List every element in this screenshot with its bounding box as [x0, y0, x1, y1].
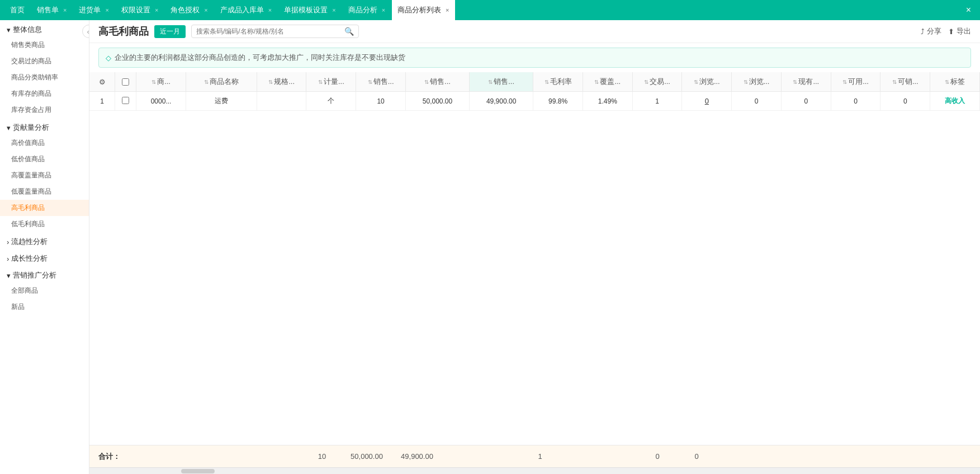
col-saleable-stock[interactable]: ⇅可销... [880, 72, 930, 92]
nav-close-template-settings[interactable]: × [332, 7, 335, 13]
sort-icon12: ⇅ [744, 79, 748, 85]
nav-close-purchase[interactable]: × [105, 7, 108, 13]
nav-item-sales[interactable]: 销售单 × [31, 0, 72, 20]
sort-icon8: ⇅ [545, 79, 549, 85]
row-code: 0000... [136, 92, 186, 111]
footer-sales-amount: 50,000.00 [342, 452, 392, 461]
footer-bar: 合计： 10 50,000.00 49,900.00 1 0 0 [89, 445, 980, 467]
row-checkbox[interactable] [115, 92, 136, 111]
col-available-stock[interactable]: ⇅可用... [831, 72, 880, 92]
chevron-down-icon3: ▾ [7, 271, 11, 280]
sidebar-item-stock-capital[interactable]: 库存资金占用 [0, 102, 89, 118]
export-icon: ⬆ [948, 27, 954, 36]
sidebar-section-marketing[interactable]: ▾ 营销推广分析 [0, 266, 89, 283]
search-icon[interactable]: 🔍 [344, 27, 354, 36]
share-icon: ⤴ [921, 27, 925, 36]
footer-values: 10 50,000.00 49,900.00 1 0 0 [131, 452, 971, 461]
sort-icon10: ⇅ [644, 79, 648, 85]
nav-item-purchase[interactable]: 进货单 × [73, 0, 114, 20]
col-transaction[interactable]: ⇅交易... [632, 72, 682, 92]
nav-item-home[interactable]: 首页 [4, 0, 30, 20]
nav-item-product-analysis[interactable]: 商品分析 × [343, 0, 391, 20]
sort-icon9: ⇅ [594, 79, 599, 85]
main-layout: « ▾ 整体信息 销售类商品 交易过的商品 商品分类助销率 有库存的商品 库存资… [0, 20, 980, 474]
row-browse2: 0 [732, 92, 782, 111]
sidebar-item-traded-goods[interactable]: 交易过的商品 [0, 53, 89, 69]
search-box: 🔍 [191, 25, 359, 38]
time-filter-button[interactable]: 近一月 [154, 25, 186, 38]
search-input[interactable] [196, 27, 342, 35]
sidebar-section-growth[interactable]: › 成长性分析 [0, 249, 89, 266]
col-browse2[interactable]: ⇅浏览... [732, 72, 782, 92]
select-all-checkbox[interactable] [122, 78, 129, 86]
nav-close-sales[interactable]: × [63, 7, 67, 13]
col-browse1[interactable]: ⇅浏览... [682, 72, 732, 92]
nav-close-all-button[interactable]: × [962, 3, 976, 17]
sort-icon13: ⇅ [793, 79, 797, 85]
sort-icon11: ⇅ [694, 79, 698, 85]
sidebar-item-low-value[interactable]: 低价值商品 [0, 151, 89, 167]
col-sales-qty[interactable]: ⇅销售... [356, 72, 406, 92]
sidebar-item-high-margin[interactable]: 高毛利商品 [0, 200, 89, 216]
sidebar-item-high-value[interactable]: 高价值商品 [0, 135, 89, 151]
col-current-stock[interactable]: ⇅现有... [781, 72, 831, 92]
header-actions: ⤴ 分享 ⬆ 导出 [921, 26, 971, 36]
col-name[interactable]: ⇅商品名称 [186, 72, 257, 92]
col-gross-margin[interactable]: ⇅毛利率 [533, 72, 583, 92]
row-tag: 高收入 [930, 92, 980, 111]
sidebar-item-in-stock-goods[interactable]: 有库存的商品 [0, 86, 89, 102]
sort-icon16: ⇅ [945, 79, 949, 85]
col-tag[interactable]: ⇅标签 [930, 72, 980, 92]
col-code[interactable]: ⇅商... [136, 72, 186, 92]
sidebar-section-trend[interactable]: › 流趋性分析 [0, 232, 89, 249]
sidebar-section-contribution[interactable]: ▾ 贡献量分析 [0, 118, 89, 135]
nav-item-product-analysis-list[interactable]: 商品分析列表 × [392, 0, 455, 20]
footer-sales-qty: 10 [302, 452, 342, 461]
content-area: 高毛利商品 近一月 🔍 ⤴ 分享 ⬆ 导出 ◇ 企业的主要的利润都是这部分商品创… [89, 20, 980, 474]
row-sales-amount: 50,000.00 [405, 92, 469, 111]
nav-item-template-settings[interactable]: 单据模板设置 × [278, 0, 341, 20]
row-saleable-stock: 0 [880, 92, 930, 111]
nav-item-permissions[interactable]: 权限设置 × [116, 0, 164, 20]
row-browse1[interactable]: 0 [682, 92, 732, 111]
nav-close-finished-goods[interactable]: × [268, 7, 272, 13]
nav-item-roles[interactable]: 角色授权 × [165, 0, 213, 20]
col-coverage[interactable]: ⇅覆盖... [583, 72, 632, 92]
chevron-right-icon: › [7, 238, 9, 246]
horizontal-scrollbar[interactable] [89, 467, 980, 474]
nav-close-roles[interactable]: × [204, 7, 207, 13]
nav-close-product-analysis-list[interactable]: × [446, 7, 449, 13]
col-sales-cost[interactable]: ⇅销售... [470, 72, 533, 92]
data-table: ⚙ ⇅商... ⇅商品名称 ⇅规格... [89, 72, 980, 111]
sidebar-item-category-rate[interactable]: 商品分类助销率 [0, 69, 89, 86]
nav-close-product-analysis[interactable]: × [382, 7, 385, 13]
col-settings[interactable]: ⚙ [89, 72, 115, 92]
sidebar: « ▾ 整体信息 销售类商品 交易过的商品 商品分类助销率 有库存的商品 库存资… [0, 20, 89, 474]
table-row: 1 0000... 运费 个 10 50,000.00 49,900.00 99… [89, 92, 980, 111]
sort-icon2: ⇅ [204, 79, 209, 85]
export-button[interactable]: ⬆ 导出 [948, 26, 971, 36]
row-current-stock: 0 [781, 92, 831, 111]
sidebar-item-high-coverage[interactable]: 高覆盖量商品 [0, 167, 89, 184]
sort-icon7: ⇅ [488, 79, 493, 85]
nav-close-permissions[interactable]: × [155, 7, 158, 13]
row-available-stock: 0 [831, 92, 880, 111]
row-transaction: 1 [632, 92, 682, 111]
col-sales-amount[interactable]: ⇅销售... [405, 72, 469, 92]
sidebar-item-all-goods[interactable]: 全部商品 [0, 283, 89, 299]
sidebar-item-low-coverage[interactable]: 低覆盖量商品 [0, 184, 89, 200]
scroll-thumb[interactable] [181, 469, 215, 473]
col-spec[interactable]: ⇅规格... [257, 72, 306, 92]
nav-item-finished-goods[interactable]: 产成品入库单 × [215, 0, 277, 20]
sidebar-item-sales-goods[interactable]: 销售类商品 [0, 37, 89, 53]
row-spec [257, 92, 306, 111]
sidebar-item-low-margin[interactable]: 低毛利商品 [0, 216, 89, 232]
sidebar-item-new-goods[interactable]: 新品 [0, 299, 89, 315]
col-unit[interactable]: ⇅计量... [306, 72, 356, 92]
sort-icon4: ⇅ [318, 79, 323, 85]
chevron-right-icon2: › [7, 255, 9, 263]
sort-icon: ⇅ [152, 79, 156, 85]
footer-available-stock: 0 [677, 452, 716, 461]
share-button[interactable]: ⤴ 分享 [921, 26, 941, 36]
sidebar-section-overall[interactable]: ▾ 整体信息 [0, 20, 89, 37]
